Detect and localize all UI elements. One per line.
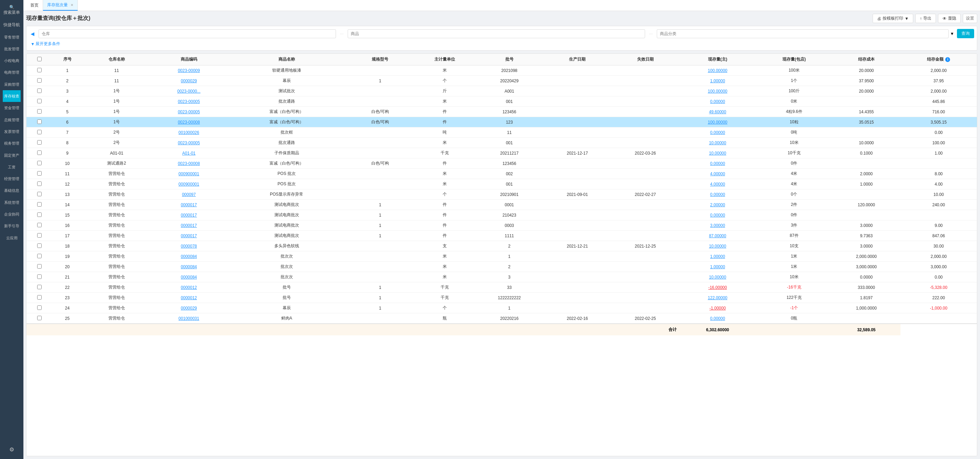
table-row[interactable]: 61号0023-00008富减（白色/可构）白色/可构件123100.00000…: [27, 117, 977, 128]
table-row[interactable]: 12营营给仓000900001POS 批次米0014.000004米1.0000…: [27, 179, 977, 190]
header-actions: 🖨 按模板打印 ▼ ↑ 导出 👁 显隐 设置: [873, 14, 977, 23]
row-checkbox[interactable]: [37, 202, 41, 207]
category-input[interactable]: [657, 29, 949, 38]
row-checkbox[interactable]: [37, 254, 41, 258]
table-row[interactable]: 23营营给仓0000012批号1千克1222222222122.00000122…: [27, 293, 977, 303]
sidebar-item-total[interactable]: 总账管理: [3, 114, 21, 126]
sidebar-search-label: 搜索菜单: [0, 10, 24, 16]
row-checkbox[interactable]: [37, 130, 41, 134]
row-checkbox[interactable]: [37, 316, 41, 320]
sidebar-item-small_ec[interactable]: 小程电商: [3, 55, 21, 67]
table-row[interactable]: 13营营给仓000097POS显示库存异常个202109012021-09-01…: [27, 190, 977, 200]
tab-home[interactable]: 首页: [26, 0, 43, 11]
table-row[interactable]: 25营营给仓001000031鲜肉A瓶202202162022-02-16202…: [27, 313, 977, 324]
header-amount: 结存金额 i: [900, 54, 977, 65]
sidebar-item-fixed[interactable]: 固定资产: [3, 150, 21, 161]
row-checkbox[interactable]: [37, 171, 41, 175]
table-row[interactable]: 24营营给仓0000029幕辰1个1-1.00000-1个1,000.0000-…: [27, 303, 977, 313]
row-checkbox[interactable]: [37, 89, 41, 93]
row-checkbox[interactable]: [37, 68, 41, 72]
page-header: 现存量查询(按仓库＋批次) 🖨 按模板打印 ▼ ↑ 导出 👁 显隐 设置: [26, 14, 977, 23]
search-button[interactable]: 查询: [957, 29, 974, 38]
table-row[interactable]: 41号0023-00005批次通路米0010.000000米445.86: [27, 96, 977, 107]
row-checkbox[interactable]: [37, 109, 41, 114]
filter-product: [348, 29, 645, 38]
sidebar-item-ec[interactable]: 电商管理: [3, 67, 21, 78]
sidebar-item-purchase[interactable]: 采购管理: [3, 78, 21, 90]
row-checkbox[interactable]: [37, 285, 41, 289]
row-checkbox[interactable]: [37, 140, 41, 145]
footer-qty-total: 6,302.60000: [679, 324, 756, 335]
table-row[interactable]: 14营营给仓0000017测试电商批次1件00012.000002件120.00…: [27, 200, 977, 210]
tab-close-icon[interactable]: ✕: [70, 3, 73, 7]
sidebar-search[interactable]: 🔍 搜索菜单: [0, 3, 24, 18]
row-checkbox[interactable]: [37, 212, 41, 217]
row-checkbox[interactable]: [37, 295, 41, 300]
sidebar-item-retail[interactable]: 零售管理: [3, 31, 21, 43]
product-input[interactable]: [348, 29, 645, 38]
sidebar-item-guide[interactable]: 新手引导: [3, 220, 21, 232]
table-row[interactable]: 1110023-00009软硬通用地板漆米2021098100.00000100…: [27, 65, 977, 76]
table-row[interactable]: 15营营给仓0000017测试电商批次1件2104230.000000件: [27, 210, 977, 220]
sidebar-item-finance[interactable]: 资金管理: [3, 102, 21, 114]
table-row[interactable]: 51号0023-00005富减（白色/可构）白色/可构件12345649.600…: [27, 107, 977, 117]
row-checkbox[interactable]: [37, 192, 41, 196]
row-checkbox[interactable]: [37, 244, 41, 248]
table-row[interactable]: 22营营给仓0000012批号1千克33-16.00000-16千克333.00…: [27, 282, 977, 293]
table-row[interactable]: 31号0023-0000...测试批次斤A001100.00000100斤20.…: [27, 86, 977, 96]
table-body: 1110023-00009软硬通用地板漆米2021098100.00000100…: [27, 65, 977, 324]
sidebar-item-cloud[interactable]: 云应用: [3, 232, 21, 244]
expand-conditions-btn[interactable]: ▼ 展开更多条件: [29, 40, 62, 48]
table-row[interactable]: 19营营给仓0000084批次次米11.000001米2,000.00002,0…: [27, 251, 977, 262]
table-row[interactable]: 2110000029幕辰1个202204291.000001个37.950037…: [27, 76, 977, 86]
sidebar-item-hr[interactable]: 工资: [3, 161, 21, 173]
table-header: 序号 仓库名称 商品编码 商品名称 规格型号 主计量单位 批号 生产日期 失效日…: [27, 54, 977, 65]
row-checkbox[interactable]: [37, 264, 41, 269]
select-all-checkbox[interactable]: [37, 57, 41, 61]
sidebar-item-tax[interactable]: 税务管理: [3, 137, 21, 149]
sidebar-item-invoice[interactable]: 发票管理: [3, 126, 21, 137]
sidebar-item-collab[interactable]: 企业协同: [3, 208, 21, 220]
table-row[interactable]: 21营营给仓0000084批次次米310.0000010米0.00000.00: [27, 272, 977, 282]
filter-sep-1: ···: [339, 31, 345, 36]
table-row[interactable]: 17营营给仓0000017测试电商批次1件111187.0000087件9.73…: [27, 231, 977, 241]
main-content: 首页 库存批次量 ✕ 现存量查询(按仓库＋批次) 🖨 按模板打印 ▼ ↑ 导出: [24, 0, 980, 459]
row-checkbox[interactable]: [37, 120, 41, 124]
settings-button[interactable]: 设置: [963, 14, 977, 23]
row-checkbox[interactable]: [37, 223, 41, 227]
header-name: 商品名称: [227, 54, 346, 65]
table-row[interactable]: 11营营给仓000900001POS 批次米0024.000004米2.0000…: [27, 169, 977, 179]
amount-info-icon[interactable]: i: [945, 57, 950, 62]
filter-nav-left[interactable]: ◀: [29, 31, 36, 37]
export-button[interactable]: ↑ 导出: [915, 14, 936, 23]
row-checkbox[interactable]: [37, 99, 41, 103]
warehouse-input[interactable]: [38, 29, 336, 38]
row-checkbox[interactable]: [37, 305, 41, 310]
settings-icon[interactable]: ⚙: [0, 443, 24, 456]
row-checkbox[interactable]: [37, 182, 41, 186]
footer-row: 合计 6,302.60000 32,589.05: [27, 324, 977, 335]
table-row[interactable]: 20营营给仓0000084批次次米21.000001米3,000.00003,0…: [27, 262, 977, 272]
row-checkbox[interactable]: [37, 161, 41, 165]
sidebar-item-wholesale[interactable]: 批发管理: [3, 43, 21, 55]
footer-amount-total: 32,589.05: [832, 324, 900, 335]
row-checkbox[interactable]: [37, 274, 41, 279]
row-checkbox[interactable]: [37, 150, 41, 155]
sidebar-item-quick-nav[interactable]: 快捷导航: [0, 19, 24, 31]
tab-inventory-batch[interactable]: 库存批次量 ✕: [43, 0, 78, 11]
row-checkbox[interactable]: [37, 233, 41, 237]
table-row[interactable]: 72号001000026批次框吨110.000000吨0.00: [27, 128, 977, 138]
table-row[interactable]: 16营营给仓0000017测试电商批次1件00033.000003件3.0000…: [27, 220, 977, 231]
sidebar-item-sys[interactable]: 系统管理: [3, 197, 21, 208]
show-hide-button[interactable]: 👁 显隐: [938, 14, 961, 23]
table-row[interactable]: 82号0023-00005批次通路米00110.0000010米10.00001…: [27, 138, 977, 148]
sidebar-item-inventory[interactable]: 库存核查: [3, 90, 21, 102]
table-row[interactable]: 9A01-01A01-01子件保质期品千克202112172021-12-172…: [27, 148, 977, 158]
table-row[interactable]: 10测试通路20023-00008富减（白色/可构）白色/可构件1234560.…: [27, 158, 977, 169]
sidebar-item-basic[interactable]: 基础信息: [3, 185, 21, 196]
table-row[interactable]: 18营营给仓0000078多头异色软线支22021-12-212021-12-2…: [27, 241, 977, 251]
sidebar-item-ops[interactable]: 经营管理: [3, 173, 21, 185]
print-button[interactable]: 🖨 按模板打印 ▼: [873, 14, 913, 23]
header-checkbox-cell: [27, 54, 52, 65]
row-checkbox[interactable]: [37, 78, 41, 83]
